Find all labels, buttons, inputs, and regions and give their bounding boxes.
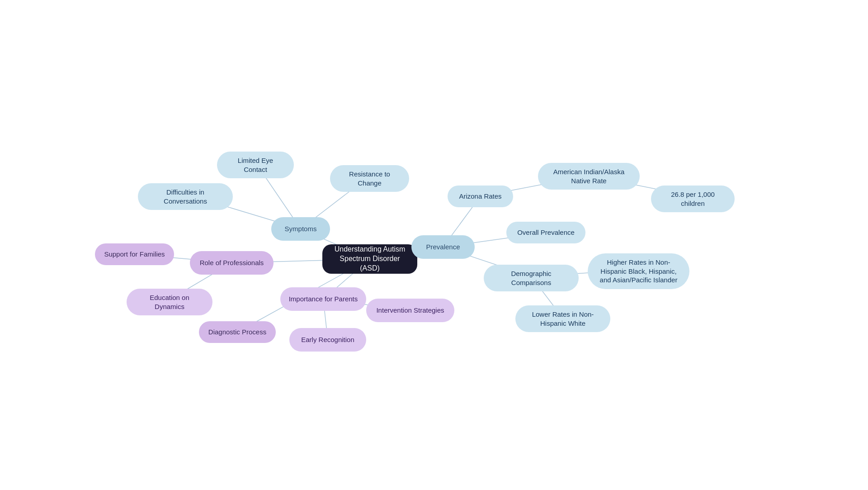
node-support[interactable]: Support for Families <box>95 243 174 265</box>
node-symptoms[interactable]: Symptoms <box>271 217 330 241</box>
node-role-prof[interactable]: Role of Professionals <box>190 251 274 275</box>
node-importance[interactable]: Importance for Parents <box>280 287 366 311</box>
node-early-recog[interactable]: Early Recognition <box>289 328 366 352</box>
node-26per[interactable]: 26.8 per 1,000 children <box>651 186 735 212</box>
node-education[interactable]: Education on Dynamics <box>127 289 212 315</box>
node-limited-eye[interactable]: Limited Eye Contact <box>217 152 294 178</box>
node-prevalence[interactable]: Prevalence <box>411 235 475 259</box>
node-intervention[interactable]: Intervention Strategies <box>366 299 454 322</box>
node-overall-prev[interactable]: Overall Prevalence <box>506 222 585 243</box>
node-ai-rate[interactable]: American Indian/Alaska Native Rate <box>538 163 640 190</box>
node-arizona[interactable]: Arizona Rates <box>448 186 513 207</box>
mindmap-container: Understanding Autism Spectrum Disorder (… <box>0 0 868 490</box>
node-higher-rates[interactable]: Higher Rates in Non-Hispanic Black, Hisp… <box>588 253 689 289</box>
node-lower-rates[interactable]: Lower Rates in Non-Hispanic White <box>515 305 610 332</box>
node-diagnostic[interactable]: Diagnostic Process <box>199 321 276 343</box>
node-demographic[interactable]: Demographic Comparisons <box>484 265 579 291</box>
node-difficulties[interactable]: Difficulties in Conversations <box>138 183 233 210</box>
node-resistance[interactable]: Resistance to Change <box>330 165 409 192</box>
center-node[interactable]: Understanding Autism Spectrum Disorder (… <box>322 244 417 274</box>
